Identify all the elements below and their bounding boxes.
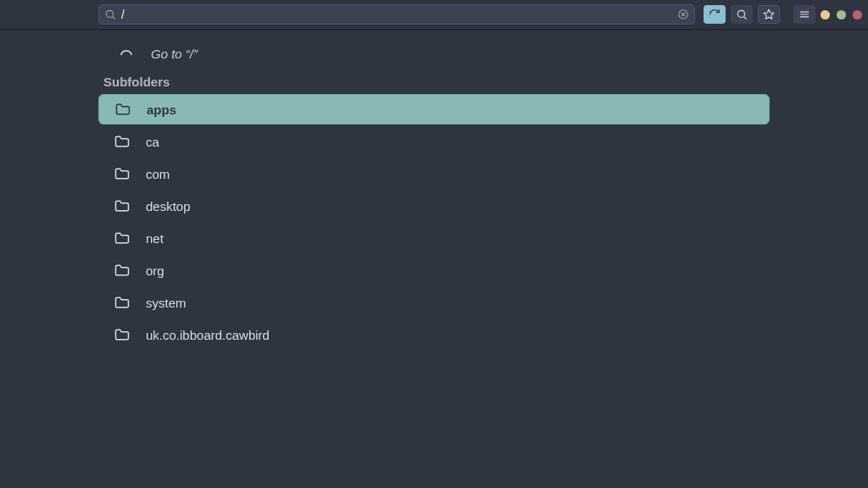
svg-point-0 [106, 10, 113, 17]
folder-label: com [146, 167, 170, 181]
folder-icon [114, 326, 131, 343]
folder-icon [114, 197, 131, 214]
subfolders-header: Subfolders [0, 68, 868, 94]
folder-icon [114, 262, 131, 279]
search-icon [104, 8, 116, 20]
folder-icon [114, 133, 131, 150]
folder-row[interactable]: system [98, 287, 770, 318]
bookmark-button[interactable] [758, 5, 780, 24]
refresh-button[interactable] [704, 5, 726, 24]
folder-label: ca [146, 135, 159, 149]
toolbar-actions [704, 5, 815, 24]
folder-label: org [146, 263, 164, 278]
folder-row[interactable]: net [98, 223, 770, 253]
go-up-icon [119, 46, 134, 61]
toolbar [0, 0, 868, 30]
folder-row[interactable]: apps [98, 94, 770, 125]
folder-row[interactable]: ca [98, 126, 770, 157]
folder-label: desktop [146, 199, 191, 214]
folder-icon [114, 294, 131, 311]
folder-list: appscacomdesktopnetorgsystemuk.co.ibboar… [0, 94, 868, 352]
folder-row[interactable]: uk.co.ibboard.cawbird [98, 319, 770, 350]
folder-label: uk.co.ibboard.cawbird [146, 328, 270, 342]
folder-row[interactable]: org [98, 255, 770, 286]
folder-label: system [146, 296, 186, 310]
clear-icon[interactable] [676, 7, 691, 22]
folder-label: apps [147, 103, 176, 117]
go-to-path-row[interactable]: Go to “/” [0, 39, 868, 68]
minimize-dot[interactable] [821, 10, 830, 19]
folder-label: net [146, 231, 164, 246]
svg-marker-7 [764, 9, 774, 19]
folder-row[interactable]: desktop [98, 191, 770, 221]
main-content: Go to “/” Subfolders appscacomdesktopnet… [0, 30, 868, 352]
window-controls [821, 10, 867, 19]
maximize-dot[interactable] [837, 10, 846, 19]
path-search-field[interactable] [98, 4, 695, 25]
folder-row[interactable]: com [98, 158, 770, 189]
menu-button[interactable] [793, 5, 815, 24]
folder-icon [114, 165, 131, 182]
path-input[interactable] [121, 5, 676, 24]
svg-line-6 [744, 17, 747, 19]
svg-point-5 [737, 10, 744, 17]
svg-line-1 [113, 17, 115, 19]
go-to-label: Go to “/” [151, 47, 198, 61]
close-dot[interactable] [853, 10, 862, 19]
folder-icon [114, 230, 131, 247]
search-button[interactable] [731, 5, 753, 24]
folder-icon [114, 101, 131, 118]
